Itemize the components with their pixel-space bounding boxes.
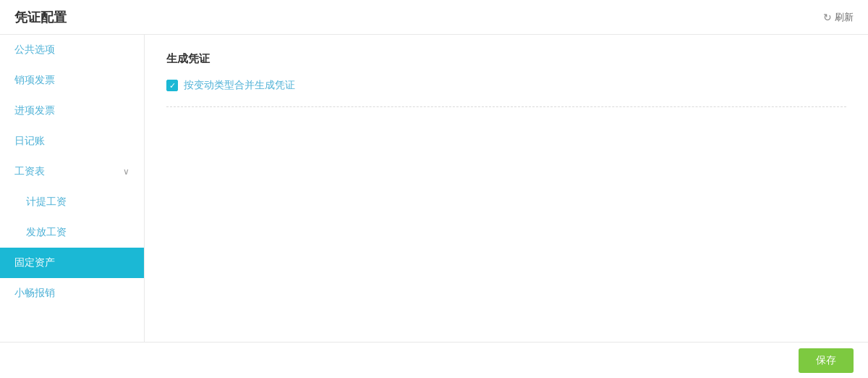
save-button[interactable]: 保存 bbox=[799, 348, 854, 373]
sidebar-item-label: 销项发票 bbox=[14, 74, 55, 87]
sidebar-item-label: 发放工资 bbox=[26, 226, 67, 239]
sidebar-item-label: 计提工资 bbox=[26, 196, 67, 209]
sidebar-item-payroll-table[interactable]: 工资表∨ bbox=[0, 156, 144, 187]
sidebar-item-public[interactable]: 公共选项 bbox=[0, 35, 144, 65]
content-area: 生成凭证 按变动类型合并生成凭证 bbox=[145, 35, 868, 342]
sidebar-item-fixed-assets[interactable]: 固定资产 bbox=[0, 248, 144, 278]
sidebar-item-label: 日记账 bbox=[14, 135, 45, 148]
section-title: 生成凭证 bbox=[166, 52, 846, 66]
sidebar-item-sales-invoice[interactable]: 销项发票 bbox=[0, 65, 144, 96]
checkbox-label: 按变动类型合并生成凭证 bbox=[184, 79, 295, 92]
main-content: 公共选项销项发票进项发票日记账工资表∨计提工资发放工资固定资产小畅报销 生成凭证… bbox=[0, 35, 868, 342]
sidebar-item-journal[interactable]: 日记账 bbox=[0, 126, 144, 156]
sidebar-item-expense-claim[interactable]: 小畅报销 bbox=[0, 278, 144, 308]
sidebar-item-label: 固定资产 bbox=[14, 256, 55, 269]
sidebar-item-label: 小畅报销 bbox=[14, 287, 55, 300]
refresh-label: 刷新 bbox=[835, 11, 854, 24]
sidebar: 公共选项销项发票进项发票日记账工资表∨计提工资发放工资固定资产小畅报销 bbox=[0, 35, 145, 342]
checkbox-row: 按变动类型合并生成凭证 bbox=[166, 79, 846, 92]
sidebar-item-label: 进项发票 bbox=[14, 104, 55, 117]
page-title: 凭证配置 bbox=[14, 9, 67, 26]
page-wrapper: 凭证配置 ↻ 刷新 公共选项销项发票进项发票日记账工资表∨计提工资发放工资固定资… bbox=[0, 0, 868, 378]
sidebar-item-label: 工资表 bbox=[14, 165, 45, 178]
chevron-down-icon: ∨ bbox=[123, 167, 129, 177]
refresh-icon: ↻ bbox=[823, 12, 832, 23]
merge-checkbox[interactable] bbox=[166, 80, 178, 91]
refresh-button[interactable]: ↻ 刷新 bbox=[823, 11, 854, 24]
sidebar-item-pay-salary[interactable]: 发放工资 bbox=[0, 217, 144, 248]
page-footer: 保存 bbox=[0, 342, 868, 378]
page-header: 凭证配置 ↻ 刷新 bbox=[0, 0, 868, 35]
section-divider bbox=[166, 106, 846, 107]
sidebar-item-label: 公共选项 bbox=[14, 43, 55, 56]
sidebar-item-purchase-invoice[interactable]: 进项发票 bbox=[0, 96, 144, 126]
sidebar-item-calc-salary[interactable]: 计提工资 bbox=[0, 187, 144, 217]
